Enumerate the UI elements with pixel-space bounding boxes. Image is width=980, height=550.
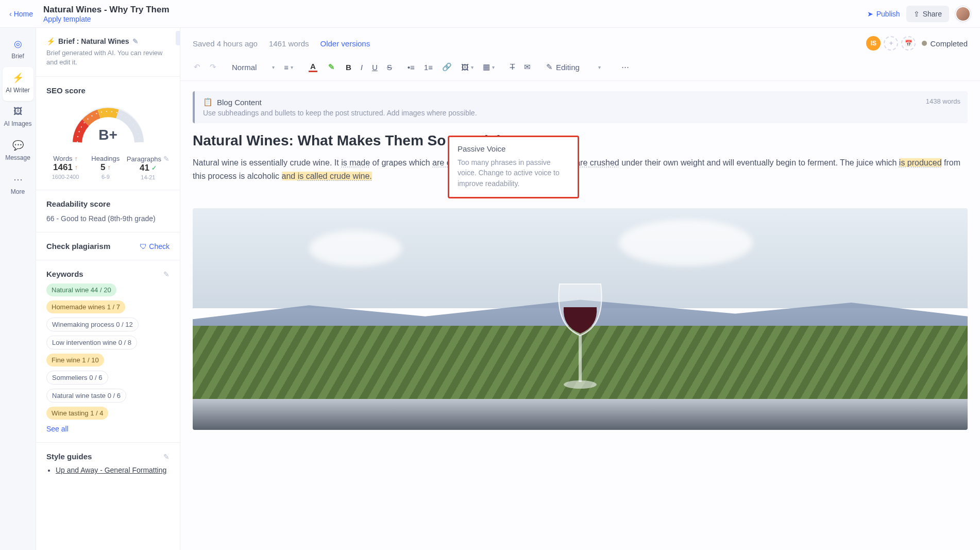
metric-paragraphs-label: Paragraphs (127, 155, 161, 163)
wine-glass-icon (549, 279, 611, 408)
collaborator-avatar[interactable]: IS (866, 36, 881, 51)
apply-template-link[interactable]: Apply template (43, 15, 170, 23)
article-content[interactable]: Passive Voice Too many phrases in passiv… (193, 132, 968, 430)
article-heading[interactable]: Natural Wines: What Makes Them So Specia… (193, 132, 968, 149)
arrow-up-icon: ↑ (108, 164, 111, 171)
popover-title: Passive Voice (458, 144, 569, 153)
comment-button[interactable]: ✉ (520, 59, 535, 75)
edit-brief-icon[interactable]: ✎ (132, 37, 139, 45)
publish-button[interactable]: ➤ Publish (867, 10, 900, 18)
font-color-button[interactable]: A (305, 59, 322, 75)
underline-button[interactable]: U (368, 60, 382, 75)
style-guides-heading: Style guides (46, 452, 92, 461)
share-button[interactable]: ⇪ Share (906, 6, 949, 22)
home-link[interactable]: ‹ Home (9, 10, 33, 18)
passive-phrase[interactable]: is made (341, 158, 370, 167)
keyword-pill[interactable]: Homemade wines 1 / 7 (46, 301, 125, 313)
article-image[interactable] (193, 208, 968, 430)
highlight-color-button[interactable]: ✎ (323, 59, 341, 75)
older-versions-link[interactable]: Older versions (320, 39, 370, 48)
style-guide-item[interactable]: Up and Away - General Formatting (56, 466, 170, 474)
article-paragraph[interactable]: Natural wine is essentially crude wine. … (193, 156, 968, 182)
rail-brief-label: Brief (11, 53, 24, 60)
seo-heading: SEO score (46, 86, 170, 95)
upload-icon: ⇪ (914, 10, 920, 18)
rail-brief[interactable]: ◎ Brief (3, 33, 33, 67)
passive-phrase[interactable]: are crushed (576, 158, 619, 167)
mode-select[interactable]: ✎ Editing ▾ (542, 59, 616, 75)
italic-button[interactable]: I (357, 60, 367, 75)
chevron-down-icon: ▾ (598, 64, 601, 70)
ellipsis-icon: ⋯ (621, 62, 629, 72)
keyword-pill[interactable]: Natural wine taste 0 / 6 (46, 389, 126, 403)
rail-message-label: Message (5, 154, 30, 161)
rail-message[interactable]: 💬 Message (3, 135, 33, 169)
clear-format-button[interactable]: T̶ (506, 59, 519, 75)
bolt-icon: ⚡ (12, 72, 24, 84)
table-icon: ▦ (483, 62, 490, 72)
italic-icon: I (361, 63, 363, 72)
paragraph-style-select[interactable]: Normal ▾ (228, 61, 279, 74)
strike-button[interactable]: S (383, 60, 396, 75)
undo-button[interactable]: ↶ (190, 59, 205, 75)
bullet-list-button[interactable]: •≡ (403, 60, 419, 75)
link-button[interactable]: 🔗 (438, 59, 456, 75)
edit-keywords-icon[interactable]: ✎ (163, 270, 170, 278)
phase-status[interactable]: Completed (922, 39, 968, 48)
bold-icon: B (346, 63, 351, 72)
chevron-left-icon: ‹ (9, 10, 12, 18)
bolt-icon: ⚡ (46, 37, 55, 45)
keyword-pill[interactable]: Winemaking process 0 / 12 (46, 318, 139, 331)
align-button[interactable]: ≡▾ (280, 60, 297, 75)
divider (36, 232, 180, 232)
keyword-pill[interactable]: Fine wine 1 / 10 (46, 354, 104, 366)
brief-panel: ‹ ⚡ Brief : Natural Wines ✎ Brief genera… (36, 28, 180, 550)
popover-body: Too many phrases in passive voice. Chang… (458, 157, 569, 189)
content-hint-wordcount: 1438 words (926, 97, 960, 105)
passive-phrase-highlight[interactable]: is called crude wine. (298, 172, 372, 180)
keyword-pill[interactable]: Low intervention wine 0 / 8 (46, 336, 137, 349)
edit-style-guides-icon[interactable]: ✎ (163, 453, 170, 461)
rail-ai-writer[interactable]: ⚡ AI Writer (3, 67, 33, 101)
metric-paragraphs-val: 41 (140, 163, 149, 173)
insert-table-button[interactable]: ▦▾ (479, 59, 499, 75)
editor-body[interactable]: 📋 Blog Content Use subheadings and bulle… (180, 81, 980, 550)
rail-more-label: More (11, 188, 25, 195)
clipboard-icon: 📋 (203, 97, 213, 107)
metric-paragraphs: Paragraphs✎ 41✓ 14-21 (127, 155, 170, 180)
highlight-icon: ✎ (327, 62, 336, 72)
pencil-icon: ✎ (546, 62, 553, 72)
keywords-see-all[interactable]: See all (46, 425, 170, 433)
passive-voice-popover[interactable]: Passive Voice Too many phrases in passiv… (448, 136, 579, 198)
metric-headings-label: Headings (91, 155, 120, 162)
document-title: Natural Wines - Why Try Them (43, 5, 170, 15)
metric-paragraphs-range: 14-21 (127, 174, 170, 180)
content-hint-card: 📋 Blog Content Use subheadings and bulle… (193, 91, 968, 123)
more-toolbar-button[interactable]: ⋯ (617, 59, 633, 75)
share-label: Share (923, 10, 942, 18)
plagiarism-check-button[interactable]: 🛡 Check (140, 242, 170, 251)
passive-phrase-highlight[interactable]: is produced (899, 158, 942, 167)
insert-image-button[interactable]: 🖼▾ (457, 60, 478, 75)
schedule-button[interactable]: 📅 (901, 36, 916, 51)
rail-ai-images-label: AI Images (4, 120, 31, 127)
editor-statusbar: Saved 4 hours ago 1461 words Older versi… (180, 28, 980, 56)
metric-words-label: Words (53, 155, 72, 162)
seo-score: B+ (98, 127, 117, 143)
collapse-panel-button[interactable]: ‹ (176, 31, 180, 45)
rail-ai-images[interactable]: 🖼 AI Images (3, 101, 33, 135)
keyword-pill[interactable]: Sommeliers 0 / 6 (46, 371, 108, 385)
keyword-pill[interactable]: Wine tasting 1 / 4 (46, 407, 108, 420)
collaborator-stack: IS + 📅 (866, 36, 916, 51)
bold-button[interactable]: B (342, 60, 356, 75)
keyword-pill[interactable]: Natural wine 44 / 20 (46, 284, 116, 296)
rail-more[interactable]: ⋯ More (3, 169, 33, 203)
saved-status: Saved 4 hours ago (193, 39, 258, 48)
redo-button[interactable]: ↷ (206, 59, 221, 75)
user-avatar[interactable] (955, 6, 971, 22)
brief-title: Brief : Natural Wines (58, 37, 129, 45)
chevron-down-icon: ▾ (291, 64, 293, 70)
add-collaborator-button[interactable]: + (884, 36, 898, 51)
numbered-list-button[interactable]: 1≡ (420, 60, 437, 75)
article-text: of grapes which (370, 158, 432, 167)
